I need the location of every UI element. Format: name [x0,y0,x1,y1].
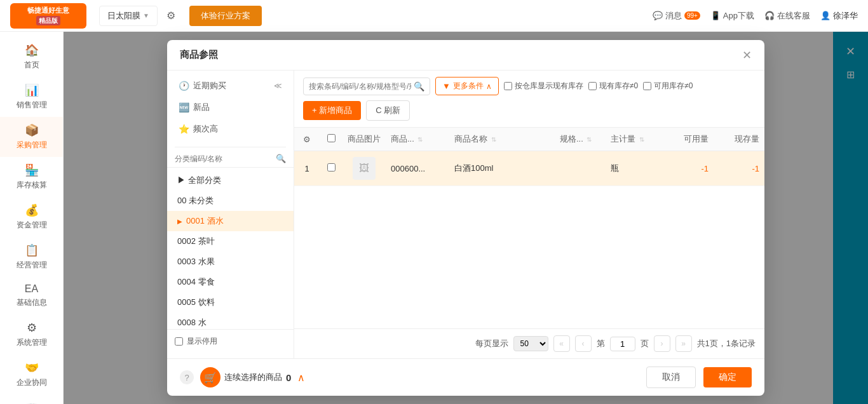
message-item[interactable]: 💬 消息 99+ [653,10,700,22]
checkbox-stock-ne0-label: 现有库存≠0 [599,81,638,91]
app-label: App下载 [723,10,754,22]
trial-button[interactable]: 体验行业方案 [189,6,262,26]
th-check [320,128,342,151]
row-num: 1 [294,151,320,186]
store-name: 日太阳膜 [107,10,140,22]
cat-item-all[interactable]: ▶ 全部分类 [167,170,294,191]
modal-footer: ? 🛒 连续选择的商品 0 ∧ 取消 确定 [167,358,764,396]
store-dropdown[interactable]: 日太阳膜 ▼ [99,6,158,26]
collab-icon: 🤝 [25,361,39,375]
sidebar-label-sales: 销售管理 [17,100,47,111]
sidebar-item-purchase[interactable]: 📦 采购管理 [0,117,63,157]
modal-close-button[interactable]: ✕ [742,50,752,61]
cat-label-liquor: 0001 酒水 [186,215,224,227]
cart-count: 0 [286,372,291,383]
new-icon: 🆕 [179,102,189,112]
checkbox-warehouse[interactable]: 按仓库显示现有库存 [504,81,583,91]
sidebar-label-purchase: 采购管理 [17,140,47,151]
select-all-checkbox[interactable] [327,134,336,142]
user-item[interactable]: 👤 徐泽华 [820,10,858,22]
table-header-row: ⚙ 商品图片 [294,128,764,151]
th-code[interactable]: 商品... ⇅ [386,128,449,151]
pagination: 每页显示 50 10 20 100 « ‹ 第 页 [294,328,764,358]
prev-page-button[interactable]: ‹ [575,335,592,352]
tab-recent[interactable]: 🕐 近期购买 ≪ [172,76,288,96]
cat-item-fruit[interactable]: 0003 水果 [167,252,294,272]
message-icon: 💬 [653,11,663,20]
cancel-button[interactable]: 取消 [646,367,696,388]
cat-item-snack[interactable]: 0004 零食 [167,272,294,292]
cat-item-drinks[interactable]: 0005 饮料 [167,292,294,313]
code-sort-icon: ⇅ [417,136,423,143]
th-name[interactable]: 商品名称 ⇅ [449,128,555,151]
sidebar-label-system: 系统管理 [17,337,47,348]
footer-collapse-button[interactable]: ∧ [297,372,305,384]
next-page-button[interactable]: › [654,335,670,352]
filter-icon: ▼ [442,81,451,91]
product-search-icon[interactable]: 🔍 [414,81,424,91]
sidebar-label-business: 经营管理 [17,260,47,271]
checkbox-avail-ne0-label: 可用库存≠0 [654,81,693,91]
avail-ne0-check[interactable] [643,82,651,90]
current-page-input[interactable] [610,337,635,351]
settings-col-icon[interactable]: ⚙ [303,135,311,144]
tab-frequent[interactable]: ⭐ 频次高 [172,119,288,139]
sidebar-item-collab[interactable]: 🤝 企业协同 [0,354,63,394]
checkbox-avail-ne0[interactable]: 可用库存≠0 [643,81,693,91]
sidebar-item-finance[interactable]: 💰 资金管理 [0,197,63,237]
more-filter-button[interactable]: ▼ 更多条件 ∧ [435,77,499,95]
sidebar-item-system[interactable]: ⚙ 系统管理 [0,314,63,354]
product-table-wrapper: ⚙ 商品图片 [294,128,764,328]
cat-item-unclassified[interactable]: 00 未分类 [167,191,294,211]
row-spec [555,151,606,186]
product-search-input[interactable] [309,82,411,91]
confirm-button[interactable]: 确定 [703,367,752,387]
checkbox-stock-ne0[interactable]: 现有库存≠0 [588,81,638,91]
refresh-button[interactable]: C 刷新 [366,100,410,121]
row-checkbox[interactable] [327,163,336,172]
add-product-button[interactable]: + 新增商品 [303,101,361,120]
sidebar-item-sales[interactable]: 📊 销售管理 [0,77,63,117]
warehouse-check[interactable] [504,82,512,90]
show-disabled-label: 显示停用 [187,336,217,347]
cat-item-liquor[interactable]: ▶ 0001 酒水 [167,211,294,231]
show-disabled-checkbox[interactable]: 显示停用 [175,336,286,347]
frequent-icon: ⭐ [179,124,189,134]
th-avail: 可用量 [656,128,714,151]
table-row[interactable]: 1 🖼 [294,151,764,186]
first-page-button[interactable]: « [553,335,570,352]
left-panel: 🕐 近期购买 ≪ 🆕 新品 ⭐ 频次高 [167,71,294,358]
product-search-box: 🔍 [303,77,430,95]
last-page-button[interactable]: » [675,335,692,352]
sidebar-item-guide[interactable]: 📖 新手引导 [0,394,63,404]
settings-icon[interactable]: ⚙ [163,6,179,25]
purchase-icon: 📦 [25,123,39,137]
sidebar-item-business[interactable]: 📋 经营管理 [0,237,63,277]
cat-item-water[interactable]: 0008 水 [167,313,294,329]
row-avail: -1 [656,151,714,186]
logo-line1: 畅捷通好生意 [27,6,69,15]
page-size-select[interactable]: 50 10 20 100 [513,336,548,351]
filter-collapse-icon: ∧ [486,82,492,91]
th-avail-label: 可用量 [684,134,709,144]
cat-label-tea: 0002 茶叶 [177,236,215,247]
cart-badge[interactable]: 🛒 连续选择的商品 0 [200,367,291,387]
sidebar-label-collab: 企业协同 [17,377,47,388]
page-word: 第 [597,338,605,349]
category-search-input[interactable] [175,154,273,163]
sidebar-item-home[interactable]: 🏠 首页 [0,37,63,77]
sidebar-item-inventory[interactable]: 🏪 库存核算 [0,157,63,197]
stock-ne0-check[interactable] [588,82,597,90]
category-search-icon[interactable]: 🔍 [276,154,286,163]
tab-new[interactable]: 🆕 新品 [172,97,288,118]
stock-value: -1 [752,164,759,173]
cat-item-tea[interactable]: 0002 茶叶 [167,231,294,252]
show-disabled-check[interactable] [175,337,183,346]
th-spec[interactable]: 规格... ⇅ [555,128,606,151]
help-button[interactable]: ? [180,370,194,384]
online-service-item[interactable]: 🎧 在线客服 [764,10,810,22]
th-unit[interactable]: 主计量 ⇅ [606,128,656,151]
sidebar-item-base[interactable]: EA 基础信息 [0,277,63,314]
app-download-item[interactable]: 📱 App下载 [710,10,754,22]
right-panel: 🔍 ▼ 更多条件 ∧ 按仓库显示现有库存 [294,71,764,358]
